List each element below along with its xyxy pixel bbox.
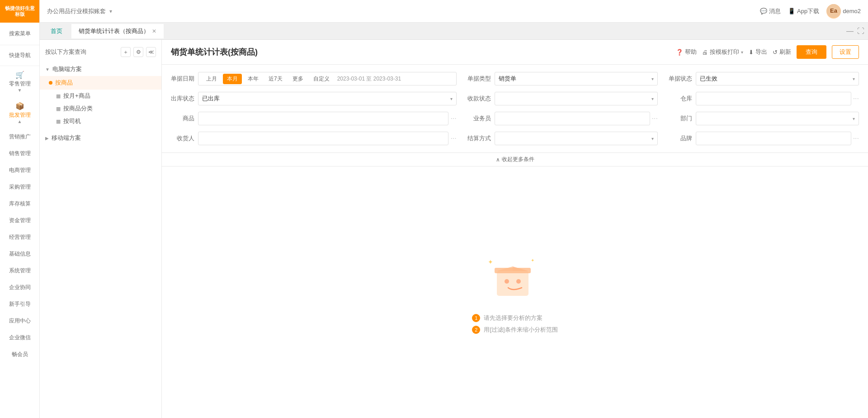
page-actions: ❓ 帮助 🖨 按模板打印 ▾ ⬇ 导出 ↺ 刷新	[676, 45, 859, 64]
collapse-button[interactable]: ∧ 收起更多条件	[496, 156, 534, 163]
export-button[interactable]: ⬇ 导出	[749, 48, 767, 56]
tab-close-icon[interactable]: ✕	[152, 28, 156, 34]
order-type-label: 单据类型	[467, 75, 495, 83]
order-status-arrow-icon: ▾	[853, 76, 855, 81]
tip-num-1: 1	[472, 314, 480, 322]
date-btn-7days[interactable]: 近7天	[264, 74, 287, 84]
sidebar-item-system[interactable]: 系统管理	[0, 262, 39, 279]
search-menu-item[interactable]: 搜索菜单	[0, 23, 39, 45]
sidebar-item-new-guide[interactable]: 新手引导	[0, 296, 39, 313]
tab-sales-stats[interactable]: 销货单统计计表（按商品） ✕	[71, 24, 164, 38]
sidebar-item-app-center[interactable]: 应用中心	[0, 313, 39, 329]
order-type-arrow-icon: ▾	[651, 76, 654, 81]
sidebar-item-marketing[interactable]: 营销推广	[0, 128, 39, 145]
out-status-select[interactable]: 已出库 ▾	[198, 92, 457, 105]
sidebar-item-label: 采购管理	[9, 183, 31, 191]
date-range-display: 2023-03-01 至 2023-03-31	[337, 75, 401, 83]
header-title: 办公用品行业模拟账套	[47, 7, 106, 15]
help-button[interactable]: ❓ 帮助	[676, 48, 697, 56]
empty-svg: ✦ ✦	[488, 251, 542, 305]
date-btn-this-year[interactable]: 本年	[244, 74, 263, 84]
tab-minimize-icon[interactable]: —	[846, 27, 854, 35]
sidebar-item-inventory[interactable]: 库存核算	[0, 195, 39, 212]
tab-expand-icon[interactable]: ⛶	[857, 27, 864, 35]
sidebar-item-finance[interactable]: 资金管理	[0, 212, 39, 229]
filter-order-status: 单据状态 已生效 ▾	[669, 72, 859, 86]
warehouse-input[interactable]	[696, 92, 851, 105]
quick-nav-label: 快捷导航	[9, 49, 31, 62]
order-type-select[interactable]: 销货单 ▾	[495, 72, 658, 86]
add-scheme-button[interactable]: ＋	[121, 47, 131, 57]
brand-input[interactable]	[696, 132, 851, 145]
empty-tips: 1 请先选择要分析的方案 2 用[过滤]条件来缩小分析范围	[472, 314, 557, 334]
user-profile[interactable]: Ea demo2	[826, 4, 861, 19]
sidebar-item-label: 基础信息	[9, 250, 31, 258]
table-icon: ▦	[56, 93, 61, 99]
message-label: 消息	[769, 7, 781, 15]
refresh-button[interactable]: ↺ 刷新	[773, 48, 791, 56]
query-button[interactable]: 查询	[797, 45, 826, 59]
brand-more-icon[interactable]: ···	[853, 134, 859, 142]
svg-text:✦: ✦	[531, 258, 534, 263]
page-title: 销货单统计计表(按商品)	[171, 47, 258, 63]
tree-item-by-month-product[interactable]: ▦ 按月+商品	[40, 90, 161, 102]
sidebar-item-base-info[interactable]: 基础信息	[0, 246, 39, 262]
sidebar-item-enterprise-wechat[interactable]: 企业微信	[0, 329, 39, 346]
salesperson-input[interactable]	[495, 112, 650, 125]
print-button[interactable]: 🖨 按模板打印 ▾	[702, 48, 743, 56]
payment-status-select[interactable]: ▾	[495, 92, 658, 105]
order-status-select[interactable]: 已生效 ▾	[696, 72, 859, 86]
sidebar-item-retail[interactable]: 🛒 零售管理 ▼	[0, 66, 39, 97]
sidebar-item-purchase[interactable]: 采购管理	[0, 179, 39, 195]
sidebar-item-enterprise-collab[interactable]: 企业协同	[0, 279, 39, 296]
settlement-select[interactable]: ▾	[495, 132, 658, 145]
user-initials: Ea	[826, 4, 841, 19]
sidebar-item-wholesale[interactable]: 📦 批发管理 ▲	[0, 97, 39, 128]
order-type-value: 销货单	[499, 75, 516, 83]
sidebar-item-membership[interactable]: 畅会员	[0, 346, 39, 363]
tree-item-by-cashier[interactable]: ▦ 按司机	[40, 115, 161, 128]
quick-nav-item[interactable]: 快捷导航	[0, 45, 39, 66]
settings-scheme-button[interactable]: ⚙	[133, 47, 143, 57]
tree-parent-desktop[interactable]: ▼ 电脑端方案	[40, 62, 161, 76]
header-dropdown-icon[interactable]: ▾	[109, 8, 112, 14]
receiver-label: 收货人	[171, 134, 198, 142]
tree-parent-mobile[interactable]: ▶ 移动端方案	[40, 131, 161, 145]
tree-item-by-product[interactable]: 按商品	[40, 76, 161, 90]
sidebar-item-sales[interactable]: 销售管理	[0, 145, 39, 162]
message-icon: 💬	[760, 8, 767, 14]
out-status-label: 出库状态	[171, 95, 198, 103]
sidebar-item-operations[interactable]: 经营管理	[0, 229, 39, 246]
help-label: 帮助	[685, 48, 697, 56]
date-btn-custom[interactable]: 自定义	[309, 74, 334, 84]
empty-tip-2: 2 用[过滤]条件来缩小分析范围	[472, 326, 557, 334]
collapse-panel-button[interactable]: ≪	[146, 47, 156, 57]
message-button[interactable]: 💬 消息	[760, 7, 781, 15]
receiver-input[interactable]	[198, 132, 448, 145]
receiver-more-icon[interactable]: ···	[450, 134, 456, 142]
salesperson-more-icon[interactable]: ···	[652, 114, 658, 123]
product-input[interactable]	[198, 112, 448, 125]
app-download-button[interactable]: 📱 App下载	[788, 7, 819, 15]
sidebar-item-label: 经营管理	[9, 233, 31, 241]
filter-row-2: 出库状态 已出库 ▾ 收款状态 ▾ 仓库	[171, 92, 859, 105]
warehouse-more-icon[interactable]: ···	[853, 95, 859, 103]
product-more-icon[interactable]: ···	[450, 114, 456, 123]
tree-item-by-category[interactable]: ▦ 按商品分类	[40, 102, 161, 115]
content-area: 按以下方案查询 ＋ ⚙ ≪ ▼ 电脑端方案 按商品 ▦ 按月+	[40, 40, 868, 418]
settings-button[interactable]: 设置	[832, 45, 859, 59]
sidebar-item-label: 企业微信	[9, 334, 31, 342]
svg-text:Ea: Ea	[830, 7, 838, 14]
date-btn-more[interactable]: 更多	[288, 74, 307, 84]
date-btn-last-month[interactable]: 上月	[202, 74, 221, 84]
date-btn-this-month[interactable]: 本月	[223, 74, 242, 84]
sidebar-item-ecommerce[interactable]: 电商管理	[0, 162, 39, 179]
sidebar-item-label: 电商管理	[9, 166, 31, 174]
user-name-label: demo2	[843, 8, 861, 14]
tab-home[interactable]: 首页	[43, 24, 70, 38]
department-arrow-icon: ▾	[853, 116, 855, 121]
department-select[interactable]: ▾	[696, 112, 859, 125]
tab-sales-stats-label: 销货单统计计表（按商品）	[79, 27, 149, 35]
collapse-bar[interactable]: ∧ 收起更多条件	[162, 153, 868, 166]
sidebar-item-label: 新手引导	[9, 300, 31, 308]
